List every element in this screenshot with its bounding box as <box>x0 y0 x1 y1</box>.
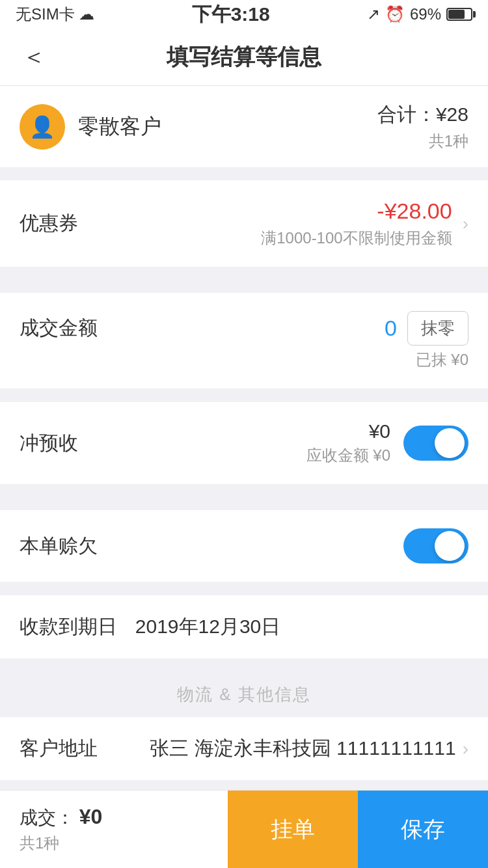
coupon-subtext: 满1000-100不限制使用金额 <box>261 228 452 249</box>
content: 👤 零散客户 合计：¥28 共1种 优惠券 -¥28.00 满1000-100不… <box>0 86 488 868</box>
bottom-info: 成交： ¥0 共1种 <box>0 805 228 854</box>
coupon-info: -¥28.00 满1000-100不限制使用金额 <box>261 198 452 249</box>
sim-status: 无SIM卡 ☁ <box>16 4 94 25</box>
bottom-deal-row: 成交： ¥0 <box>20 805 208 830</box>
status-right: ↗ ⏰ 69% <box>367 5 472 23</box>
deal-amount-input[interactable] <box>332 316 397 341</box>
status-time: 下午3:18 <box>192 1 270 28</box>
prepay-amount-info: ¥0 应收金额 ¥0 <box>306 420 390 466</box>
bottom-bar: 成交： ¥0 共1种 挂单 保存 <box>0 790 488 868</box>
due-date-section: 收款到期日 2019年12月30日 <box>0 595 488 658</box>
address-value: 张三 海淀永丰科技园 11111111111 <box>150 735 455 762</box>
total-count: 共1种 <box>377 131 468 152</box>
coupon-row[interactable]: 优惠券 -¥28.00 满1000-100不限制使用金额 › <box>0 180 488 267</box>
nav-bar: ＜ 填写结算等信息 <box>0 29 488 86</box>
credit-label: 本单赊欠 <box>20 533 98 560</box>
credit-toggle[interactable] <box>403 528 468 563</box>
divider-2 <box>0 497 488 510</box>
coupon-section[interactable]: 优惠券 -¥28.00 满1000-100不限制使用金额 › <box>0 180 488 267</box>
back-button[interactable]: ＜ <box>16 34 52 79</box>
status-left: 无SIM卡 ☁ <box>16 4 94 25</box>
avatar-char: 👤 <box>29 115 55 139</box>
logistics-label: 物流 & 其他信息 <box>177 683 311 706</box>
battery-percent: 69% <box>410 5 441 23</box>
prepay-section: 冲预收 ¥0 应收金额 ¥0 <box>0 402 488 484</box>
avatar: 👤 <box>20 104 65 150</box>
deal-amount-section: 成交金额 抹零 已抹 ¥0 <box>0 293 488 389</box>
status-bar: 无SIM卡 ☁ 下午3:18 ↗ ⏰ 69% <box>0 0 488 29</box>
prepay-amount: ¥0 <box>306 420 390 442</box>
due-date-value: 2019年12月30日 <box>135 616 280 637</box>
prepay-sub: 应收金额 ¥0 <box>306 445 390 466</box>
alarm-icon: ⏰ <box>385 5 405 23</box>
customer-row: 👤 零散客户 合计：¥28 共1种 <box>0 86 488 167</box>
address-right: 张三 海淀永丰科技园 11111111111 › <box>150 735 468 762</box>
hang-button[interactable]: 挂单 <box>228 791 358 869</box>
customer-left: 👤 零散客户 <box>20 104 161 150</box>
coupon-right: -¥28.00 满1000-100不限制使用金额 › <box>261 198 468 249</box>
toggle-knob <box>435 428 465 458</box>
bottom-count: 共1种 <box>20 833 208 854</box>
round-zero-button[interactable]: 抹零 <box>407 311 468 346</box>
deal-amount-sub: 已抹 ¥0 <box>20 349 468 370</box>
address-section[interactable]: 客户地址 张三 海淀永丰科技园 11111111111 › <box>0 717 488 780</box>
location-icon: ↗ <box>367 5 380 23</box>
deal-amount-label: 成交金额 <box>20 315 98 342</box>
credit-section: 本单赊欠 <box>0 510 488 582</box>
due-date-label: 收款到期日 <box>20 616 117 637</box>
prepay-right: ¥0 应收金额 ¥0 <box>306 420 468 466</box>
bottom-deal-label: 成交： <box>20 807 74 828</box>
address-chevron-icon: › <box>463 739 468 759</box>
prepay-label: 冲预收 <box>20 430 78 457</box>
credit-toggle-knob <box>435 531 465 561</box>
coupon-discount: -¥28.00 <box>261 198 452 224</box>
coupon-label: 优惠券 <box>20 210 78 237</box>
battery-icon <box>446 8 472 21</box>
logistics-divider: 物流 & 其他信息 <box>0 671 488 717</box>
customer-right: 合计：¥28 共1种 <box>377 102 468 152</box>
customer-name: 零散客户 <box>78 113 161 141</box>
bottom-deal-amount: ¥0 <box>79 805 103 828</box>
page-title: 填写结算等信息 <box>167 42 321 72</box>
divider-1 <box>0 280 488 293</box>
coupon-chevron-icon: › <box>463 213 468 234</box>
total-amount: 合计：¥28 <box>377 102 468 128</box>
deal-amount-top: 成交金额 抹零 <box>20 311 468 346</box>
address-label: 客户地址 <box>20 735 98 762</box>
prepay-toggle[interactable] <box>403 426 468 461</box>
save-button[interactable]: 保存 <box>358 791 488 869</box>
deal-amount-controls: 抹零 <box>332 311 468 346</box>
